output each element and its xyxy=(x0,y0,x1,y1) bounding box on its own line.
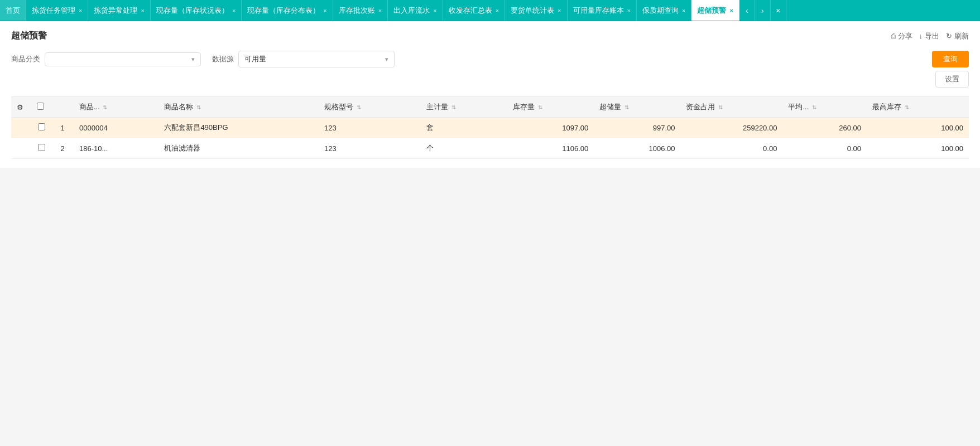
nav-label-task-mgmt: 拣货任务管理 xyxy=(32,6,75,16)
col-rownum xyxy=(51,97,74,118)
nav-prev-button[interactable]: ‹ xyxy=(739,0,755,21)
col-product-code-label: 商品... xyxy=(79,103,100,111)
datasource-select[interactable]: 可用量 ▾ xyxy=(238,51,395,67)
close-icon-inout-flow[interactable]: × xyxy=(433,7,436,14)
col-spec[interactable]: 规格型号 ⇅ xyxy=(319,97,421,118)
nav-item-quality[interactable]: 保质期查询 × xyxy=(637,0,691,21)
row-checkbox-cell-0[interactable] xyxy=(31,118,51,138)
close-icon-overstock[interactable]: × xyxy=(729,7,733,14)
nav-label-collect: 收发存汇总表 xyxy=(449,6,492,16)
category-filter-group: 商品分类 ▾ xyxy=(11,52,201,66)
close-icon-avail-stock[interactable]: × xyxy=(627,7,631,14)
sort-icon-overstock-qty: ⇅ xyxy=(624,104,629,110)
nav-item-inout-flow[interactable]: 出入库流水 × xyxy=(388,0,443,21)
row-max-stock-1: 100.00 xyxy=(867,138,969,159)
page-header: 超储预警 ⎙ 分享 ↓ 导出 ↻ 刷新 xyxy=(11,30,969,42)
row-gear-1 xyxy=(11,138,31,159)
query-button[interactable]: 查询 xyxy=(932,51,969,67)
nav-item-overstock[interactable]: 超储预警 × xyxy=(691,0,739,21)
col-capital-usage[interactable]: 资金占用 ⇅ xyxy=(680,97,782,118)
col-overstock-qty[interactable]: 超储量 ⇅ xyxy=(594,97,680,118)
nav-item-collect[interactable]: 收发存汇总表 × xyxy=(443,0,505,21)
col-product-name-label: 商品名称 xyxy=(164,103,193,111)
col-unit[interactable]: 主计量 ⇅ xyxy=(421,97,507,118)
nav-label-abnormal: 拣货异常处理 xyxy=(94,6,137,16)
nav-label-order-stat: 要货单统计表 xyxy=(511,6,554,16)
row-max-stock-0: 100.00 xyxy=(867,118,969,138)
export-button[interactable]: ↓ 导出 xyxy=(919,31,940,41)
nav-item-task-mgmt[interactable]: 拣货任务管理 × xyxy=(26,0,88,21)
row-avg-1: 0.00 xyxy=(782,138,867,159)
col-gear[interactable]: ⚙ xyxy=(11,97,31,118)
page-title: 超储预警 xyxy=(11,30,47,42)
col-avg[interactable]: 平均... ⇅ xyxy=(782,97,867,118)
refresh-label: 刷新 xyxy=(954,31,969,41)
sort-icon-product-code: ⇅ xyxy=(103,104,107,110)
col-checkbox-header[interactable] xyxy=(31,97,51,118)
nav-item-abnormal[interactable]: 拣货异常处理 × xyxy=(88,0,150,21)
nav-label-stock-status: 现存量（库存状况表） xyxy=(156,6,229,16)
main-content: 超储预警 ⎙ 分享 ↓ 导出 ↻ 刷新 商品分类 ▾ xyxy=(0,21,980,168)
nav-label-overstock: 超储预警 xyxy=(697,6,726,16)
nav-item-batch[interactable]: 库存批次账 × xyxy=(333,0,388,21)
nav-item-home[interactable]: 首页 xyxy=(0,0,26,21)
category-label: 商品分类 xyxy=(11,54,40,64)
close-icon-abnormal[interactable]: × xyxy=(141,7,144,14)
row-gear-0 xyxy=(11,118,31,138)
refresh-button[interactable]: ↻ 刷新 xyxy=(946,31,969,41)
nav-label-avail-stock: 可用量库存账本 xyxy=(573,6,624,16)
close-icon-collect[interactable]: × xyxy=(496,7,499,14)
category-dropdown-icon: ▾ xyxy=(191,56,195,63)
share-icon: ⎙ xyxy=(891,32,896,40)
row-product-name-1: 机油滤清器 xyxy=(158,138,319,159)
row-checkbox-0[interactable] xyxy=(38,123,45,130)
nav-more-button[interactable]: × xyxy=(771,0,786,21)
nav-item-stock-dist[interactable]: 现存量（库存分布表） × xyxy=(242,0,333,21)
col-max-stock[interactable]: 最高库存 ⇅ xyxy=(867,97,969,118)
col-stock-qty[interactable]: 库存量 ⇅ xyxy=(507,97,594,118)
table-header-row: ⚙ 商品... ⇅ 商品名称 ⇅ 规格型号 ⇅ xyxy=(11,97,969,118)
datasource-dropdown-icon: ▾ xyxy=(385,56,388,63)
sort-icon-unit: ⇅ xyxy=(451,104,456,110)
row-avg-0: 260.00 xyxy=(782,118,867,138)
refresh-icon: ↻ xyxy=(946,32,952,40)
row-spec-1: 123 xyxy=(319,138,421,159)
col-product-code[interactable]: 商品... ⇅ xyxy=(74,97,158,118)
select-all-checkbox[interactable] xyxy=(37,103,44,110)
close-icon-quality[interactable]: × xyxy=(682,7,685,14)
nav-label-inout-flow: 出入库流水 xyxy=(393,6,430,16)
share-button[interactable]: ⎙ 分享 xyxy=(891,31,912,41)
table-row: 1 0000004 六配套新昌490BPG 123 套 1097.00 997.… xyxy=(11,118,969,138)
header-actions: ⎙ 分享 ↓ 导出 ↻ 刷新 xyxy=(891,31,969,41)
settings-button[interactable]: 设置 xyxy=(935,71,969,88)
nav-item-stock-status[interactable]: 现存量（库存状况表） × xyxy=(151,0,242,21)
row-stock-qty-1: 1106.00 xyxy=(507,138,594,159)
sort-icon-stock-qty: ⇅ xyxy=(538,104,542,110)
row-unit-1: 个 xyxy=(421,138,507,159)
row-checkbox-cell-1[interactable] xyxy=(31,138,51,159)
sort-icon-avg: ⇅ xyxy=(812,104,816,110)
row-overstock-qty-0: 997.00 xyxy=(594,118,680,138)
nav-label-batch: 库存批次账 xyxy=(339,6,375,16)
sort-icon-capital-usage: ⇅ xyxy=(718,104,723,110)
nav-item-avail-stock[interactable]: 可用量库存账本 × xyxy=(568,0,637,21)
category-select[interactable]: ▾ xyxy=(45,52,201,66)
close-icon-order-stat[interactable]: × xyxy=(558,7,561,14)
col-product-name[interactable]: 商品名称 ⇅ xyxy=(158,97,319,118)
data-table: ⚙ 商品... ⇅ 商品名称 ⇅ 规格型号 ⇅ xyxy=(11,96,969,159)
sort-icon-max-stock: ⇅ xyxy=(905,104,909,110)
gear-settings-icon[interactable]: ⚙ xyxy=(17,103,23,112)
row-overstock-qty-1: 1006.00 xyxy=(594,138,680,159)
close-icon-stock-status[interactable]: × xyxy=(232,7,236,14)
sort-icon-spec: ⇅ xyxy=(357,104,361,110)
close-icon-stock-dist[interactable]: × xyxy=(323,7,326,14)
close-icon-batch[interactable]: × xyxy=(378,7,382,14)
row-product-code-0: 0000004 xyxy=(74,118,158,138)
col-stock-qty-label: 库存量 xyxy=(513,103,535,111)
close-icon-task-mgmt[interactable]: × xyxy=(79,7,82,14)
row-checkbox-1[interactable] xyxy=(38,144,45,151)
col-avg-label: 平均... xyxy=(788,103,809,111)
nav-item-order-stat[interactable]: 要货单统计表 × xyxy=(505,0,567,21)
nav-next-button[interactable]: › xyxy=(755,0,771,21)
row-unit-0: 套 xyxy=(421,118,507,138)
